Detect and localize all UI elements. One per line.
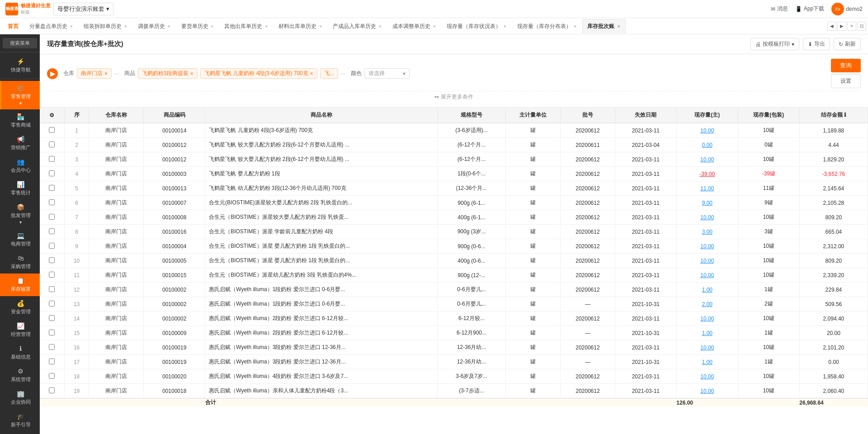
export-btn[interactable]: ⬇ 导出: [803, 38, 830, 50]
sidebar-item-enterprise[interactable]: 🏢 企业协同: [0, 387, 40, 409]
tab-next-btn[interactable]: ▶: [837, 22, 846, 31]
tab-close-icon[interactable]: ×: [378, 24, 382, 29]
setting-btn[interactable]: 设置: [831, 74, 861, 88]
td-stock-main[interactable]: 9.00: [676, 196, 738, 210]
td-checkbox[interactable]: [40, 355, 64, 369]
td-stock-main[interactable]: 10.00: [676, 254, 738, 268]
tab-combo[interactable]: 组装拆卸单历史 ×: [79, 19, 133, 33]
color-dropdown[interactable]: 请选择 ▾: [364, 68, 410, 79]
tab-close-icon[interactable]: ×: [210, 24, 215, 29]
tab-split[interactable]: 分量盘点单历史 ×: [24, 19, 79, 33]
td-checkbox[interactable]: [40, 340, 64, 355]
tab-stock-batch[interactable]: 库存批次账 ×: [582, 19, 626, 33]
td-stock-main[interactable]: 10.00: [676, 152, 738, 167]
td-stock-main[interactable]: 10.00: [676, 239, 738, 254]
td-stock-main[interactable]: 3.00: [676, 225, 738, 239]
sidebar-item-ecommerce[interactable]: 💻 电商管理: [0, 228, 40, 251]
warehouse-tag-close[interactable]: ×: [104, 71, 108, 77]
td-checkbox[interactable]: [40, 369, 64, 384]
sidebar-item-basic[interactable]: ℹ 基础信息: [0, 341, 40, 364]
sidebar-item-finance[interactable]: 💰 资金管理: [0, 296, 40, 319]
warehouse-more[interactable]: ···: [114, 71, 119, 77]
sidebar-item-wholesale[interactable]: 📦 批发管理 ▼: [0, 200, 40, 228]
filter-collapse-btn[interactable]: ▶: [47, 68, 58, 79]
product-tag-1-close[interactable]: ×: [310, 71, 313, 77]
tab-close-icon[interactable]: ×: [573, 24, 578, 29]
td-stock-main[interactable]: 1.00: [676, 355, 738, 369]
tab-cost-adjust[interactable]: 成本调整单历史 ×: [387, 19, 442, 33]
tab-close-icon[interactable]: ×: [432, 24, 437, 29]
tab-mix[interactable]: 调拨单历史 ×: [133, 19, 176, 33]
print-btn[interactable]: 🖨 按模板打印 ▾: [750, 38, 799, 50]
sidebar-item-inventory[interactable]: 📋 库存核算: [0, 274, 40, 296]
filter-expand-btn[interactable]: ▾▾ 展开更多条件: [47, 91, 861, 103]
td-stock-main[interactable]: 10.00: [676, 123, 738, 138]
tab-product-in[interactable]: 产成品入库单历史 ×: [328, 19, 387, 33]
tab-request[interactable]: 要货单历史 ×: [176, 19, 220, 33]
search-menu-btn[interactable]: 搜索菜单: [3, 38, 37, 48]
tab-close-icon[interactable]: ×: [123, 24, 128, 29]
refresh-btn[interactable]: ↻ 刷新: [834, 38, 861, 50]
td-stock-main[interactable]: 11.00: [676, 181, 738, 196]
sidebar-item-marketing[interactable]: 📢 营销推广: [0, 132, 40, 155]
tab-home[interactable]: 首页: [2, 19, 24, 33]
sidebar-quick-nav[interactable]: ⚡ 快捷导航: [0, 54, 40, 77]
td-checkbox[interactable]: [40, 268, 64, 283]
tab-close-icon[interactable]: ×: [616, 24, 621, 29]
td-checkbox[interactable]: [40, 181, 64, 196]
sidebar-item-system[interactable]: ⚙ 系统管理: [0, 364, 40, 387]
td-stock-main[interactable]: 1.00: [676, 283, 738, 297]
sidebar-item-retail-mgmt[interactable]: 🛒 零售管理 ▼: [0, 81, 40, 109]
user-area[interactable]: Ea demo2: [831, 3, 863, 15]
td-stock-main[interactable]: 10.00: [676, 311, 738, 326]
sidebar-item-purchase[interactable]: 🛍 采购管理: [0, 251, 40, 274]
tab-prev-btn[interactable]: ◀: [827, 22, 836, 31]
td-checkbox[interactable]: [40, 210, 64, 225]
tab-material-out[interactable]: 材料出库单历史 ×: [274, 19, 328, 33]
account-selector[interactable]: 母婴行业演示账套 ▾: [53, 3, 113, 15]
sidebar-item-retail-stat[interactable]: 📊 零售统计: [0, 177, 40, 200]
tab-close-icon[interactable]: ×: [318, 24, 323, 29]
query-btn[interactable]: 查询: [831, 59, 861, 72]
td-checkbox[interactable]: [40, 254, 64, 268]
td-stock-main[interactable]: 10.00: [676, 268, 738, 283]
app-download-btn[interactable]: 📱 App下载: [795, 5, 824, 13]
tab-close-icon[interactable]: ×: [264, 24, 269, 29]
th-settings[interactable]: ⚙: [40, 108, 64, 123]
td-checkbox[interactable]: [40, 283, 64, 297]
tab-close-all-btn[interactable]: ×: [847, 22, 856, 31]
tab-close-icon[interactable]: ×: [167, 24, 171, 29]
td-checkbox[interactable]: [40, 239, 64, 254]
td-stock-main[interactable]: 2.00: [676, 297, 738, 311]
td-checkbox[interactable]: [40, 311, 64, 326]
sidebar-item-member[interactable]: 👥 会员中心: [0, 155, 40, 177]
tab-stock-status[interactable]: 现存量（库存状况表） ×: [442, 19, 512, 33]
tab-close-icon[interactable]: ×: [503, 24, 507, 29]
td-checkbox[interactable]: [40, 326, 64, 340]
sidebar-item-apps[interactable]: 🔲 应用中心: [0, 432, 40, 434]
td-checkbox[interactable]: [40, 123, 64, 138]
sidebar-item-retail-shop[interactable]: 🏪 零售商城: [0, 109, 40, 132]
td-checkbox[interactable]: [40, 384, 64, 399]
td-checkbox[interactable]: [40, 167, 64, 181]
td-checkbox[interactable]: [40, 196, 64, 210]
tab-stock-dist[interactable]: 现存量（库存分布表） ×: [512, 19, 583, 33]
product-tag-0-close[interactable]: ×: [190, 71, 193, 77]
tab-other-out[interactable]: 其他出库单历史 ×: [219, 19, 274, 33]
td-stock-main[interactable]: 10.00: [676, 210, 738, 225]
td-checkbox[interactable]: [40, 225, 64, 239]
td-checkbox[interactable]: [40, 152, 64, 167]
sidebar-item-guide[interactable]: 🎓 新手引导: [0, 409, 40, 432]
td-stock-main[interactable]: 10.00: [676, 369, 738, 384]
td-stock-main[interactable]: 10.00: [676, 340, 738, 355]
table-settings-icon[interactable]: ⚙: [49, 112, 54, 118]
td-checkbox[interactable]: [40, 138, 64, 152]
td-stock-main[interactable]: -39.00: [676, 167, 738, 181]
td-checkbox[interactable]: [40, 297, 64, 311]
td-stock-main[interactable]: 10.00: [676, 384, 738, 399]
tab-menu-btn[interactable]: ⊡: [857, 22, 866, 31]
td-stock-main[interactable]: 1.00: [676, 326, 738, 340]
tab-close-icon[interactable]: ×: [69, 24, 74, 29]
sidebar-item-operation[interactable]: 📈 经营管理: [0, 319, 40, 341]
message-btn[interactable]: ✉ 消息: [771, 5, 788, 13]
